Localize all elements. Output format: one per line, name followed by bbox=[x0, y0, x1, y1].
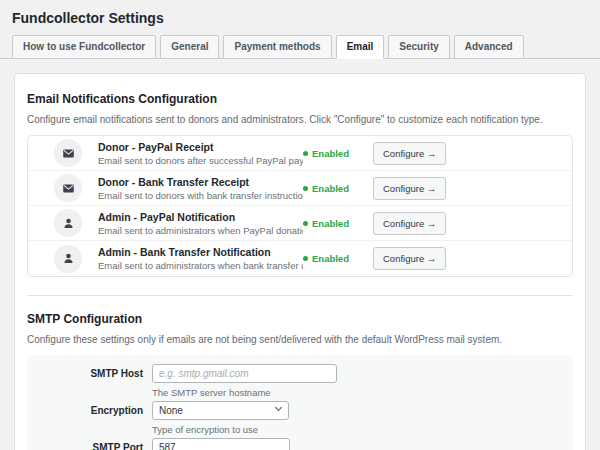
section-divider bbox=[27, 295, 573, 296]
configure-button[interactable]: Configure → bbox=[373, 212, 446, 235]
status-label: Enabled bbox=[312, 218, 349, 229]
tab-security[interactable]: Security bbox=[388, 35, 449, 59]
tab-payment-methods[interactable]: Payment methods bbox=[223, 35, 331, 59]
notification-description: Email sent to administrators when bank t… bbox=[98, 260, 303, 271]
smtp-port-label: SMTP Port bbox=[41, 437, 143, 450]
user-icon bbox=[54, 245, 82, 273]
notifications-section-description: Configure email notifications sent to do… bbox=[27, 114, 573, 125]
notification-title: Admin - PayPal Notification bbox=[98, 211, 303, 223]
notification-list: Donor - PayPal Receipt Email sent to don… bbox=[27, 135, 573, 277]
notification-description: Email sent to donors with bank transfer … bbox=[98, 190, 303, 201]
status-label: Enabled bbox=[312, 253, 349, 264]
smtp-port-row: SMTP Port Common ports: 25 (no encryptio… bbox=[41, 437, 559, 450]
notification-row-admin-bank: Admin - Bank Transfer Notification Email… bbox=[28, 241, 572, 276]
configure-button[interactable]: Configure → bbox=[373, 177, 446, 200]
smtp-section-heading: SMTP Configuration bbox=[27, 312, 573, 326]
smtp-host-input[interactable] bbox=[152, 364, 337, 383]
encryption-row: Encryption None Type of encryption to us… bbox=[41, 400, 559, 435]
status-badge: Enabled bbox=[303, 218, 361, 229]
status-label: Enabled bbox=[312, 183, 349, 194]
smtp-host-help: The SMTP server hostname bbox=[152, 387, 337, 398]
notification-description: Email sent to donors after successful Pa… bbox=[98, 155, 303, 166]
configure-button[interactable]: Configure → bbox=[373, 247, 446, 270]
status-dot-icon bbox=[303, 151, 308, 156]
encryption-help: Type of encryption to use bbox=[152, 424, 289, 435]
encryption-label: Encryption bbox=[41, 400, 143, 435]
notification-title: Admin - Bank Transfer Notification bbox=[98, 246, 303, 258]
notifications-section-heading: Email Notifications Configuration bbox=[27, 92, 573, 106]
notification-row-donor-paypal: Donor - PayPal Receipt Email sent to don… bbox=[28, 136, 572, 171]
smtp-port-input[interactable] bbox=[152, 438, 290, 450]
status-badge: Enabled bbox=[303, 253, 361, 264]
smtp-form: SMTP Host The SMTP server hostname Encry… bbox=[27, 355, 573, 450]
smtp-host-label: SMTP Host bbox=[41, 363, 143, 398]
configure-button[interactable]: Configure → bbox=[373, 142, 446, 165]
email-icon bbox=[54, 174, 82, 202]
tab-advanced[interactable]: Advanced bbox=[454, 35, 524, 59]
user-icon bbox=[54, 209, 82, 237]
status-badge: Enabled bbox=[303, 148, 361, 159]
tab-how-to-use[interactable]: How to use Fundcollector bbox=[12, 35, 156, 59]
page-title: Fundcollector Settings bbox=[12, 10, 588, 26]
settings-card: Email Notifications Configuration Config… bbox=[14, 73, 586, 450]
tab-bar: How to use Fundcollector General Payment… bbox=[0, 33, 600, 59]
status-dot-icon bbox=[303, 256, 308, 261]
smtp-section-description: Configure these settings only if emails … bbox=[27, 334, 573, 345]
notification-row-donor-bank: Donor - Bank Transfer Receipt Email sent… bbox=[28, 171, 572, 206]
encryption-select[interactable]: None bbox=[152, 401, 289, 420]
status-label: Enabled bbox=[312, 148, 349, 159]
notification-row-admin-paypal: Admin - PayPal Notification Email sent t… bbox=[28, 206, 572, 241]
tab-general[interactable]: General bbox=[160, 35, 219, 59]
status-badge: Enabled bbox=[303, 183, 361, 194]
notification-title: Donor - PayPal Receipt bbox=[98, 141, 303, 153]
status-dot-icon bbox=[303, 221, 308, 226]
email-icon bbox=[54, 139, 82, 167]
page-header: Fundcollector Settings bbox=[0, 0, 600, 33]
status-dot-icon bbox=[303, 186, 308, 191]
smtp-host-row: SMTP Host The SMTP server hostname bbox=[41, 363, 559, 398]
notification-title: Donor - Bank Transfer Receipt bbox=[98, 176, 303, 188]
notification-description: Email sent to administrators when PayPal… bbox=[98, 225, 303, 236]
tab-email[interactable]: Email bbox=[336, 35, 385, 59]
